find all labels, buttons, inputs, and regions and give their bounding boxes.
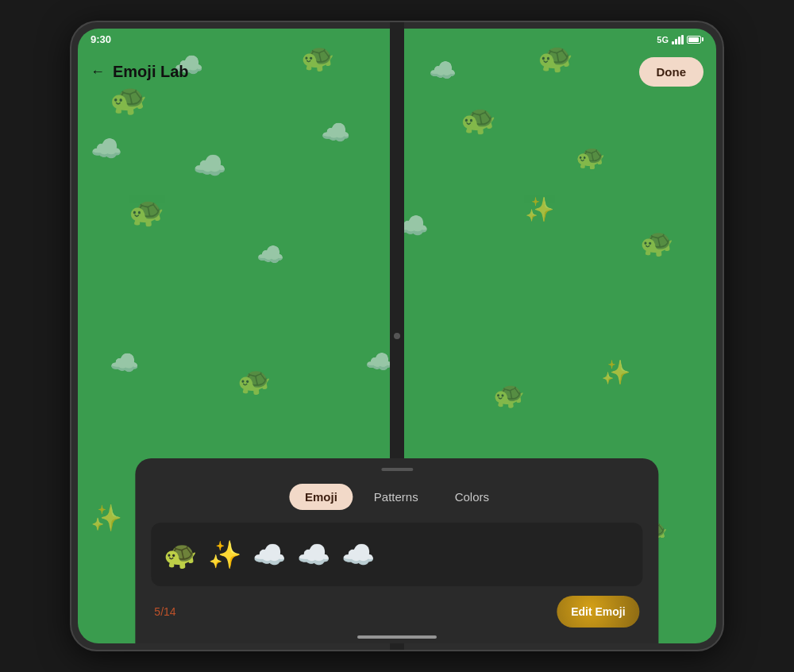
emoji-item-0[interactable]: 🐢 — [164, 541, 197, 568]
app-bar-left: ← Emoji Lab — [91, 63, 189, 81]
home-indicator — [357, 635, 437, 639]
edit-emoji-button[interactable]: Edit Emoji — [557, 596, 639, 628]
tab-row: Emoji Patterns Colors — [151, 484, 642, 510]
done-button[interactable]: Done — [639, 57, 704, 87]
back-button[interactable]: ← — [91, 64, 105, 80]
panel-handle — [381, 468, 413, 471]
page-count: 5/14 — [154, 605, 175, 618]
bottom-panel: Emoji Patterns Colors 🐢 ✨ ☁️ ☁️ ☁️ — [135, 458, 658, 643]
panel-footer: 5/14 Edit Emoji — [151, 596, 642, 628]
emoji-item-2[interactable]: ☁️ — [252, 541, 286, 568]
device-frame: 🐢 ☁️ 🐢 ☁️ 🐢 ☁️ ☁️ ☁️ ☁️ 🐢 🐢 🐢 ☁️ ✨ 🐢 ☁️ … — [71, 22, 723, 650]
tab-patterns[interactable]: Patterns — [358, 484, 434, 510]
emoji-item-1[interactable]: ✨ — [208, 541, 241, 568]
tab-colors[interactable]: Colors — [439, 484, 505, 510]
camera-dot — [394, 333, 400, 339]
page-title: Emoji Lab — [113, 63, 189, 81]
emoji-grid: 🐢 ✨ ☁️ ☁️ ☁️ — [151, 523, 642, 586]
emoji-item-3[interactable]: ☁️ — [297, 541, 330, 568]
emoji-item-4[interactable]: ☁️ — [341, 541, 375, 568]
tab-emoji[interactable]: Emoji — [289, 484, 353, 510]
